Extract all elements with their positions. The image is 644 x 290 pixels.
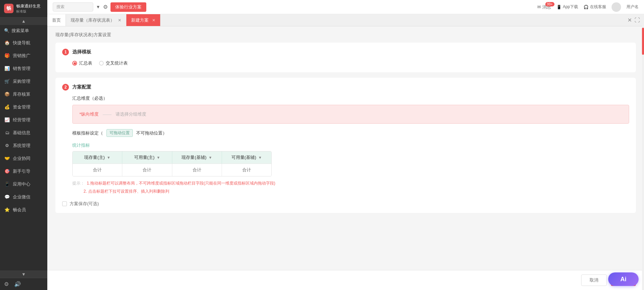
page-title: 现存量(库存状况表)方案设置 bbox=[55, 32, 636, 38]
stats-table: 现存量(主) ▼ 可用量(主) ▼ 现存量(基辅) ▼ bbox=[72, 151, 272, 176]
tab-close-inventory[interactable]: ✕ bbox=[118, 18, 121, 23]
topbar-search-box[interactable]: 搜索 bbox=[53, 2, 93, 11]
sidebar-item-new-guide[interactable]: 🎯 新手引导 bbox=[0, 165, 47, 178]
sidebar-item-wechat[interactable]: 💬 企业微信 bbox=[0, 191, 47, 203]
col-body-3: 合计 bbox=[222, 164, 271, 176]
step2-title: 方案配置 bbox=[72, 84, 91, 90]
step1-card: 1 选择模板 汇总表 交叉统计表 bbox=[55, 43, 636, 72]
gift-icon: 🎁 bbox=[4, 53, 10, 59]
stats-label: 统计指标 bbox=[72, 142, 629, 148]
template-radio-group: 汇总表 交叉统计表 bbox=[72, 60, 629, 66]
message-icon: ✉ bbox=[537, 4, 541, 9]
avatar[interactable] bbox=[612, 2, 621, 12]
tab-new-scheme[interactable]: 新建方案 ✕ bbox=[126, 14, 160, 26]
sidebar-item-app-center[interactable]: 📱 应用中心 bbox=[0, 178, 47, 191]
audio-icon[interactable]: 🔊 bbox=[14, 281, 21, 287]
col-chevron-2[interactable]: ▼ bbox=[208, 155, 212, 160]
sidebar-item-marketing[interactable]: 🎁 营销推广 bbox=[0, 49, 47, 62]
tip-1: 提示： 1.拖动标题栏可以调整布局，不可跨维度或指标区域拖动栏目字段(只能在同一… bbox=[72, 179, 629, 187]
tabbar-right: ✕ ⛶ bbox=[627, 17, 644, 23]
indicator-settings: 模板指标设定（ 可拖动位置 不可拖动位置） bbox=[72, 129, 629, 137]
stats-table-body: 合计 合计 合计 合计 bbox=[73, 164, 271, 176]
gear-icon: ⚙ bbox=[4, 143, 10, 149]
sidebar-item-operations[interactable]: 📈 经营管理 bbox=[0, 114, 47, 126]
stats-section: 统计指标 现存量(主) ▼ 可用量(主) ▼ bbox=[72, 142, 629, 176]
dimension-required-label: *纵向维度 bbox=[79, 111, 99, 117]
tab-home[interactable]: 首页 bbox=[47, 14, 66, 26]
indicator-settings-label: 模板指标设定（ 可拖动位置 不可拖动位置） bbox=[72, 129, 629, 137]
sidebar-item-purchase[interactable]: 🛒 采购管理 bbox=[0, 75, 47, 88]
col-header-1[interactable]: 可用量(主) ▼ bbox=[122, 151, 172, 164]
search-icon: 🔍 bbox=[4, 28, 9, 33]
tip-2: 2. 点击标题栏下拉可设置排序、插入列和删除列 bbox=[72, 187, 629, 195]
money-icon: 💰 bbox=[4, 104, 10, 110]
radio-crosstab[interactable]: 交叉统计表 bbox=[99, 60, 128, 66]
tab-inventory-status[interactable]: 现存量（库存状况表） ✕ bbox=[66, 14, 126, 26]
home-icon: 🏠 bbox=[4, 40, 10, 46]
radio-summary-circle bbox=[72, 61, 77, 66]
sidebar-scroll-up[interactable]: ▲ bbox=[0, 18, 47, 25]
step2-badge: 2 bbox=[62, 84, 69, 91]
step2-header: 2 方案配置 bbox=[62, 84, 629, 91]
draggable-tag: 可拖动位置 bbox=[106, 129, 133, 137]
sidebar-scroll-down[interactable]: ▼ bbox=[0, 270, 47, 278]
username-label: 用户名 bbox=[626, 4, 639, 10]
col-chevron-1[interactable]: ▼ bbox=[156, 155, 160, 160]
col-body-2: 合计 bbox=[172, 164, 222, 176]
sidebar: 畅 畅康通好生意 标准版 ▲ 🔍 搜索菜单 🏠 快捷导航 🎁 营销推广 📊 销售… bbox=[0, 0, 47, 290]
save-checkbox[interactable] bbox=[62, 201, 67, 206]
topbar-right: ✉ 消息 99+ 📱 App下载 🎧 在线客服 用户名 bbox=[537, 2, 639, 12]
app-download-btn[interactable]: 📱 App下载 bbox=[556, 4, 578, 10]
footer: 取消 查询 bbox=[47, 270, 644, 290]
radio-crosstab-circle bbox=[99, 61, 104, 66]
col-chevron-3[interactable]: ▼ bbox=[258, 155, 262, 160]
right-scrollbar bbox=[642, 14, 644, 290]
sidebar-logo: 畅 畅康通好生意 标准版 bbox=[0, 0, 47, 18]
col-header-0[interactable]: 现存量(主) ▼ bbox=[73, 151, 122, 164]
sidebar-item-member[interactable]: ⭐ 畅会员 bbox=[0, 203, 47, 216]
step2-card: 2 方案配置 汇总维度（必选） *纵向维度 —— 请选择分组维度 模板指标设定（… bbox=[55, 78, 636, 213]
settings-icon[interactable]: ⚙ bbox=[4, 281, 9, 287]
sidebar-item-basic-info[interactable]: 🗂 基础信息 bbox=[0, 126, 47, 139]
industry-btn[interactable]: 体验行业方案 bbox=[110, 2, 146, 12]
save-option[interactable]: 方案保存(可选) bbox=[62, 201, 629, 207]
cancel-button[interactable]: 取消 bbox=[581, 274, 607, 286]
summary-dimension-label: 汇总维度（必选） bbox=[72, 95, 629, 101]
sidebar-item-quick-nav[interactable]: 🏠 快捷导航 bbox=[0, 37, 47, 49]
step2-content: 汇总维度（必选） *纵向维度 —— 请选择分组维度 模板指标设定（ 可拖动位置 … bbox=[72, 95, 629, 195]
handshake-icon: 🤝 bbox=[4, 155, 10, 162]
scrollbar-thumb bbox=[642, 28, 644, 55]
ai-bubble[interactable]: Ai bbox=[608, 272, 639, 286]
col-header-3[interactable]: 可用量(基辅) ▼ bbox=[222, 151, 271, 164]
sidebar-item-cooperation[interactable]: 🤝 企业协同 bbox=[0, 152, 47, 165]
save-option-label: 方案保存(可选) bbox=[70, 201, 99, 207]
step1-badge: 1 bbox=[62, 49, 69, 55]
sidebar-item-inventory[interactable]: 📦 库存核算 bbox=[0, 88, 47, 101]
headset-icon: 🎧 bbox=[584, 5, 589, 9]
message-badge: 99+ bbox=[545, 2, 554, 6]
sidebar-search[interactable]: 🔍 搜索菜单 bbox=[0, 25, 47, 37]
topbar-settings-icon[interactable]: ⚙ bbox=[103, 4, 108, 10]
dropdown-icon[interactable]: ▼ bbox=[96, 4, 100, 9]
sidebar-nav: 🏠 快捷导航 🎁 营销推广 📊 销售管理 🛒 采购管理 📦 库存核算 💰 资金管… bbox=[0, 37, 47, 270]
message-btn[interactable]: ✉ 消息 99+ bbox=[537, 4, 551, 10]
dimension-area[interactable]: *纵向维度 —— 请选择分组维度 bbox=[72, 105, 629, 124]
sidebar-item-system[interactable]: ⚙ 系统管理 bbox=[0, 139, 47, 152]
star-icon: ⭐ bbox=[4, 207, 10, 213]
tab-close-new-scheme[interactable]: ✕ bbox=[152, 18, 155, 23]
sidebar-item-sales[interactable]: 📊 销售管理 bbox=[0, 62, 47, 75]
target-icon: 🎯 bbox=[4, 168, 10, 174]
sidebar-bottom: ⚙ 🔊 bbox=[0, 278, 47, 290]
online-service-btn[interactable]: 🎧 在线客服 bbox=[584, 4, 606, 10]
main-area: 搜索 ▼ ⚙ 体验行业方案 ✉ 消息 99+ 📱 App下载 🎧 在线客服 用户… bbox=[47, 0, 644, 290]
tips-section: 提示： 1.拖动标题栏可以调整布局，不可跨维度或指标区域拖动栏目字段(只能在同一… bbox=[72, 179, 629, 195]
tab-close-window-icon[interactable]: ✕ bbox=[627, 17, 632, 23]
tab-expand-icon[interactable]: ⛶ bbox=[635, 17, 640, 23]
logo-icon: 畅 bbox=[4, 4, 14, 13]
step1-title: 选择模板 bbox=[72, 49, 91, 55]
sidebar-item-finance[interactable]: 💰 资金管理 bbox=[0, 101, 47, 114]
col-header-2[interactable]: 现存量(基辅) ▼ bbox=[172, 151, 222, 164]
radio-summary[interactable]: 汇总表 bbox=[72, 60, 92, 66]
col-chevron-0[interactable]: ▼ bbox=[107, 155, 110, 160]
cart-icon: 🛒 bbox=[4, 78, 10, 84]
